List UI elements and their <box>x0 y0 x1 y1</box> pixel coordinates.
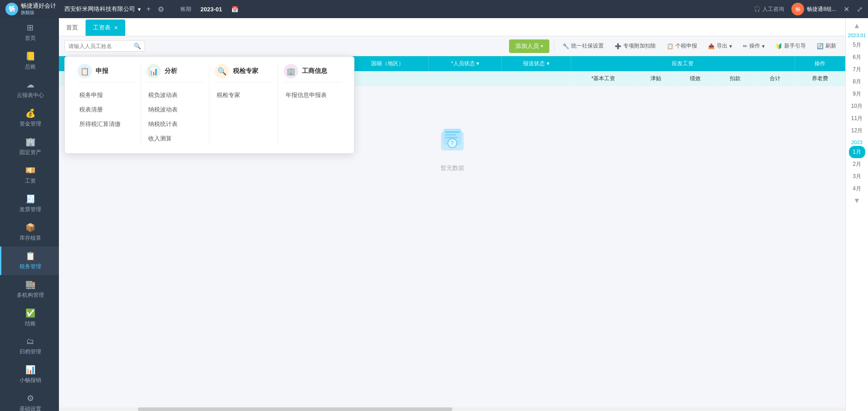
timeline-month-6[interactable]: 6月 <box>846 51 868 63</box>
report-filter-icon[interactable]: ▾ <box>547 60 549 67</box>
close-window-button[interactable]: ✕ <box>844 5 849 14</box>
sidebar-item-ledger[interactable]: 📒 总账 <box>0 47 59 75</box>
tax-declare-icon: 📋 <box>667 43 674 49</box>
timeline-month-3[interactable]: 3月 <box>846 170 868 183</box>
tab-salary[interactable]: 工资表 × <box>86 19 126 36</box>
archive-icon: 🗂 <box>26 337 34 346</box>
social-insurance-btn[interactable]: 🔧 统一社保设置 <box>559 40 607 52</box>
tab-home[interactable]: 首页 <box>59 19 86 36</box>
timeline-up-button[interactable]: ▲ <box>852 20 863 32</box>
invoice-icon: 🧾 <box>25 194 35 204</box>
guide-toolbar-icon: 🔰 <box>776 43 782 49</box>
timeline-month-12[interactable]: 12月 <box>846 125 868 137</box>
timeline-month-7[interactable]: 7月 <box>846 63 868 76</box>
timeline-month-11[interactable]: 11月 <box>846 112 868 125</box>
tab-close-icon[interactable]: × <box>114 24 118 31</box>
col-salary-group: 应发工资 <box>571 56 795 71</box>
menu-item-income-calc[interactable]: 所得税汇算清缴 <box>78 117 135 131</box>
service-button[interactable]: 🎧 人工咨询 <box>754 5 784 13</box>
operation-icon: ✏ <box>743 43 747 49</box>
menu-item-annual-report[interactable]: 年报信息申报表 <box>284 88 342 102</box>
search-box: 🔍 <box>64 40 145 52</box>
analysis-category-icon: 📊 <box>146 64 161 78</box>
sidebar-item-archive[interactable]: 🗂 归档管理 <box>0 332 59 360</box>
sidebar-item-home[interactable]: ⊞ 首页 <box>0 18 59 47</box>
salary-icon: 💴 <box>25 165 35 175</box>
menu-item-tax-stats[interactable]: 纳税统计表 <box>146 117 204 131</box>
sidebar-item-stock[interactable]: 📦 库存核算 <box>0 218 59 247</box>
menu-item-expert[interactable]: 税检专家 <box>215 88 272 102</box>
refresh-btn[interactable]: 🔄 刷新 <box>813 40 840 52</box>
timeline-month-1-active[interactable]: 1月 <box>849 146 865 158</box>
sidebar-label-salary: 工资 <box>25 177 36 185</box>
sidebar-item-assets[interactable]: 🏢 固定资产 <box>0 132 59 161</box>
tax-declare-btn[interactable]: 📋 个税申报 <box>663 40 701 52</box>
timeline-down-button[interactable]: ▼ <box>852 195 863 207</box>
timeline-month-8[interactable]: 8月 <box>846 76 868 88</box>
sidebar-label-fund: 资金管理 <box>19 120 41 128</box>
declare-title: 申报 <box>96 67 108 75</box>
special-deduct-icon: ➕ <box>615 43 621 49</box>
menu-item-income-calc2[interactable]: 收入测算 <box>146 131 204 146</box>
sidebar-label-settings: 基础设置 <box>19 405 41 411</box>
special-deduct-btn[interactable]: ➕ 专项附加扣除 <box>611 40 659 52</box>
timeline-month-10[interactable]: 10月 <box>846 100 868 112</box>
timeline-month-5[interactable]: 5月 <box>846 39 868 51</box>
header-actions: + ⚙ 账期 2023-01 📅 <box>146 5 238 14</box>
sidebar-label-invoice: 发票管理 <box>19 206 41 213</box>
menu-item-tax-declare[interactable]: 税务申报 <box>78 88 135 102</box>
timeline-month-9[interactable]: 9月 <box>846 88 868 100</box>
company-selector[interactable]: 西安虾米网络科技有限公司 ▾ <box>64 5 141 13</box>
app-version: 旗舰版 <box>21 10 56 16</box>
export-dropdown-icon: ▾ <box>729 43 732 49</box>
add-person-label: 添加人员 <box>515 42 539 50</box>
category-expert: 🔍 税检专家 <box>215 64 272 82</box>
sidebar-item-close-period[interactable]: ✅ 结账 <box>0 304 59 332</box>
col-performance: 绩效 <box>675 71 715 86</box>
operation-btn[interactable]: ✏ 操作 ▾ <box>739 40 768 52</box>
category-analysis: 📊 分析 <box>146 64 204 82</box>
dropdown-column-expert: 🔍 税检专家 税检专家 <box>209 64 278 146</box>
maximize-window-button[interactable]: ⤢ <box>857 5 863 14</box>
horizontal-scrollbar[interactable] <box>59 407 845 411</box>
sidebar-item-base-settings[interactable]: ⚙ 基础设置 <box>0 389 59 411</box>
add-button[interactable]: + <box>146 5 150 13</box>
svg-text:?: ? <box>451 140 454 146</box>
menu-item-tax-payment[interactable]: 纳税波动表 <box>146 102 204 117</box>
status-filter-icon[interactable]: ▾ <box>476 60 479 67</box>
sidebar-item-fund[interactable]: 💰 资金管理 <box>0 104 59 132</box>
sidebar-item-expense[interactable]: 📊 小畅报销 <box>0 360 59 389</box>
content-area: 首页 工资表 × 🔍 添加人员 ▾ 🔧 统一社保设置 ➕ <box>59 18 845 411</box>
sidebar-label-tax: 税务管理 <box>19 263 41 271</box>
calendar-icon[interactable]: 📅 <box>231 6 238 13</box>
sidebar-item-tax[interactable]: 📋 税务管理 <box>0 247 59 275</box>
toolbar: 🔍 添加人员 ▾ 🔧 统一社保设置 ➕ 专项附加扣除 📋 个税申报 📤 <box>59 36 845 56</box>
empty-illustration: ? <box>434 122 470 159</box>
sidebar-label-archive: 归档管理 <box>19 348 41 356</box>
timeline-month-2[interactable]: 2月 <box>846 158 868 170</box>
sidebar-item-salary[interactable]: 💴 工资 <box>0 161 59 189</box>
sidebar-item-multi[interactable]: 🏬 多机构管理 <box>0 275 59 304</box>
sidebar-item-invoice[interactable]: 🧾 发票管理 <box>0 189 59 218</box>
menu-item-tax-table[interactable]: 税表清册 <box>78 102 135 117</box>
export-icon: 📤 <box>708 43 715 49</box>
stock-icon: 📦 <box>25 222 35 232</box>
sidebar-label-close: 结账 <box>25 320 36 328</box>
sidebar-item-cloud[interactable]: ☁ 云报表中心 <box>0 75 59 104</box>
timeline-month-4[interactable]: 4月 <box>846 183 868 195</box>
assets-icon: 🏢 <box>25 137 35 147</box>
period-label: 账期 <box>180 5 191 13</box>
scrollbar-thumb[interactable] <box>138 407 452 411</box>
search-input[interactable] <box>68 43 132 49</box>
tab-bar: 首页 工资表 × <box>59 18 845 36</box>
add-person-button[interactable]: 添加人员 ▾ <box>509 39 549 53</box>
user-info[interactable]: 畅 畅捷通8组... <box>791 3 836 15</box>
base-settings-icon: ⚙ <box>27 393 34 403</box>
settings-icon[interactable]: ⚙ <box>158 5 164 14</box>
menu-item-tax-burden[interactable]: 税负波动表 <box>146 88 204 102</box>
export-btn[interactable]: 📤 导出 ▾ <box>704 40 736 52</box>
sidebar-label-cloud: 云报表中心 <box>17 92 44 99</box>
guide-btn[interactable]: 🔰 新手引导 <box>772 40 810 52</box>
tab-home-label: 首页 <box>66 24 78 32</box>
year-2023-divider: 2023 <box>851 139 862 146</box>
